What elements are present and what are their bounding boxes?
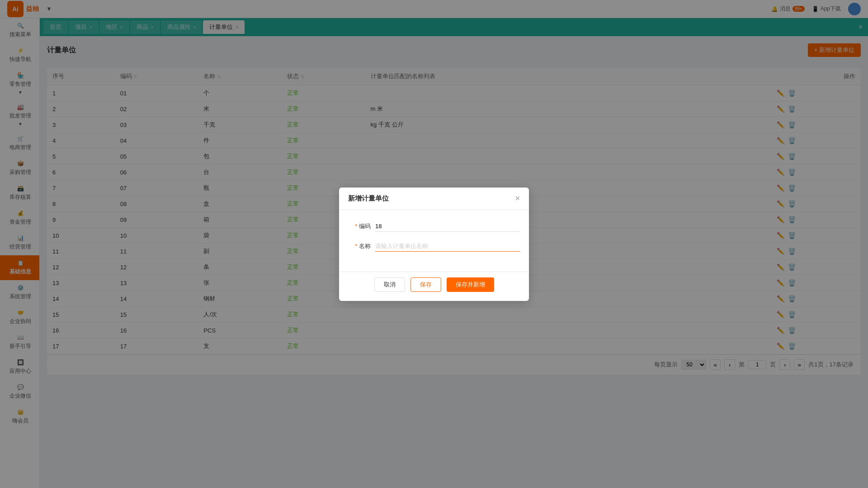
code-input[interactable]	[375, 221, 520, 232]
modal-body: 编码 名称	[339, 210, 529, 272]
save-new-button[interactable]: 保存并新增	[447, 277, 494, 292]
code-form-row: 编码	[348, 221, 520, 232]
name-input[interactable]	[375, 241, 520, 252]
add-unit-modal: 新增计量单位 × 编码 名称 取消 保存 保存并新增	[339, 188, 529, 301]
save-button[interactable]: 保存	[410, 277, 441, 292]
modal-overlay[interactable]: 新增计量单位 × 编码 名称 取消 保存 保存并新增	[0, 0, 868, 488]
modal-title: 新增计量单位	[348, 194, 389, 203]
modal-footer: 取消 保存 保存并新增	[339, 272, 529, 301]
code-label: 编码	[348, 222, 375, 230]
name-label: 名称	[348, 242, 375, 250]
name-form-row: 名称	[348, 241, 520, 252]
cancel-button[interactable]: 取消	[374, 277, 405, 292]
modal-close-button[interactable]: ×	[515, 194, 520, 203]
modal-header: 新增计量单位 ×	[339, 188, 529, 210]
